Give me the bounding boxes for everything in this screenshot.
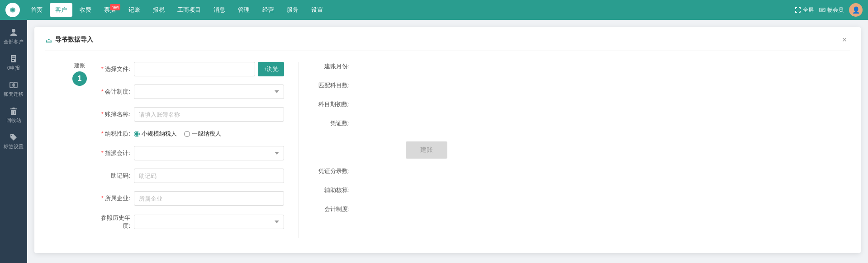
assign-accountant-select[interactable] [134, 146, 284, 160]
tax-nature-label: 纳税性质: [94, 130, 130, 138]
voucher-entries-label: 凭证分录数: [313, 167, 350, 175]
ledger-name-row: 账簿名称: [94, 107, 284, 122]
match-account-row: 匹配科目数: [313, 81, 540, 90]
aux-accounting-value [353, 186, 540, 195]
select-file-label: 选择文件: [94, 65, 130, 73]
nav-home[interactable]: 首页 [25, 3, 48, 17]
file-input[interactable] [134, 62, 255, 76]
svg-rect-2 [820, 8, 825, 12]
sidebar-item-all-customers[interactable]: 全部客户 [0, 24, 27, 49]
aux-accounting-row: 辅助核算: [313, 186, 540, 195]
nav-invoice[interactable]: 票据 new [99, 3, 121, 17]
close-button[interactable]: × [839, 34, 850, 45]
initial-balance-value [353, 100, 540, 109]
browse-button[interactable]: +浏览 [258, 62, 284, 76]
aux-accounting-label: 辅助核算: [313, 186, 350, 194]
accounting-system-label: 会计制度: [94, 88, 130, 96]
sidebar-item-declaration[interactable]: 0申报 [0, 51, 27, 75]
new-badge: new [110, 4, 120, 10]
nav-business[interactable]: 工商项目 [172, 3, 206, 17]
svg-point-1 [11, 9, 14, 11]
nav-service[interactable]: 服务 [281, 3, 304, 17]
nav-customer[interactable]: 客户 [50, 3, 72, 17]
fullscreen-btn[interactable]: 全屏 [795, 6, 814, 14]
setup-month-label: 建账月份: [313, 62, 350, 70]
tax-nature-row: 纳税性质: 小规模纳税人 一般纳税人 [94, 130, 284, 138]
match-account-value [353, 81, 540, 90]
voucher-entries-row: 凭证分录数: [313, 167, 540, 176]
tax-radio-general[interactable] [184, 131, 190, 137]
nav-right: 全屏 畅会员 👤 [795, 3, 863, 17]
top-nav: 首页 客户 收费 票据 new 记账 报税 工商项目 消息 管理 经营 服务 设… [0, 0, 868, 20]
sidebar: 全部客户 0申报 账套迁移 回收站 标签设置 [0, 20, 27, 263]
right-accounting-system-value [353, 205, 540, 214]
tax-nature-radio-group: 小规模纳税人 一般纳税人 [134, 130, 284, 138]
reference-year-select[interactable] [134, 215, 284, 229]
affiliated-company-input[interactable] [134, 191, 284, 206]
memo-code-input[interactable] [134, 169, 284, 183]
reference-year-label: 参照历史年度: [94, 214, 130, 230]
nav-fee[interactable]: 收费 [74, 3, 97, 17]
assign-accountant-row: 指派会计: [94, 146, 284, 160]
voucher-count-row: 凭证数: [313, 119, 540, 128]
right-accounting-system-row: 会计制度: [313, 205, 540, 214]
app-logo[interactable] [5, 3, 20, 17]
memo-code-row: 助记码: [94, 169, 284, 183]
dialog-title: 导爷数据导入 [45, 36, 93, 44]
voucher-count-label: 凭证数: [313, 119, 350, 127]
svg-rect-3 [10, 82, 13, 88]
import-dialog: 导爷数据导入 × 建账 1 选择文件: +浏览 [34, 27, 861, 253]
setup-month-value [353, 62, 540, 71]
accounting-system-select[interactable] [134, 85, 284, 99]
form-layout: 建账 1 选择文件: +浏览 会计制度: [72, 62, 850, 238]
user-avatar[interactable]: 👤 [849, 3, 863, 17]
member-btn[interactable]: 畅会员 [819, 6, 844, 14]
sidebar-item-migration[interactable]: 账套迁移 [0, 77, 27, 101]
nav-bookkeeping[interactable]: 记账 [123, 3, 146, 17]
nav-message[interactable]: 消息 [208, 3, 231, 17]
initial-balance-row: 科目期初数: [313, 100, 540, 109]
step-indicator: 建账 1 [72, 62, 87, 238]
ledger-name-input[interactable] [134, 107, 284, 122]
ledger-name-label: 账簿名称: [94, 110, 130, 118]
accounting-system-row: 会计制度: [94, 85, 284, 99]
nav-operation[interactable]: 经营 [257, 3, 280, 17]
form-left: 选择文件: +浏览 会计制度: 账簿名称: [94, 62, 284, 238]
tax-option-small[interactable]: 小规模纳税人 [134, 130, 177, 138]
setup-month-row: 建账月份: [313, 62, 540, 71]
initial-balance-label: 科目期初数: [313, 100, 350, 108]
assign-accountant-label: 指派会计: [94, 149, 130, 157]
voucher-count-value [353, 119, 540, 128]
form-divider [299, 62, 299, 238]
select-file-row: 选择文件: +浏览 [94, 62, 284, 76]
nav-settings[interactable]: 设置 [306, 3, 328, 17]
form-right: 建账月份: 匹配科目数: 科目期初数: 凭证数: 建账 [313, 62, 540, 238]
match-account-label: 匹配科目数: [313, 81, 350, 89]
affiliated-company-label: 所属企业: [94, 194, 130, 202]
sidebar-item-tags[interactable]: 标签设置 [0, 129, 27, 154]
sidebar-item-recycle[interactable]: 回收站 [0, 103, 27, 127]
tax-radio-small[interactable] [134, 131, 140, 137]
build-account-button[interactable]: 建账 [406, 141, 447, 159]
file-input-wrapper: +浏览 [134, 62, 284, 76]
affiliated-company-row: 所属企业: [94, 191, 284, 206]
build-btn-wrapper: 建账 [313, 138, 540, 159]
voucher-entries-value [353, 167, 540, 176]
memo-code-label: 助记码: [94, 172, 130, 180]
import-icon [45, 36, 52, 43]
main-content: 导爷数据导入 × 建账 1 选择文件: +浏览 [27, 20, 868, 263]
tax-option-general[interactable]: 一般纳税人 [184, 130, 221, 138]
svg-rect-4 [14, 82, 17, 88]
nav-tax[interactable]: 报税 [147, 3, 170, 17]
reference-year-row: 参照历史年度: [94, 214, 284, 230]
right-accounting-system-label: 会计制度: [313, 205, 350, 213]
dialog-header: 导爷数据导入 × [45, 34, 850, 51]
nav-manage[interactable]: 管理 [232, 3, 255, 17]
